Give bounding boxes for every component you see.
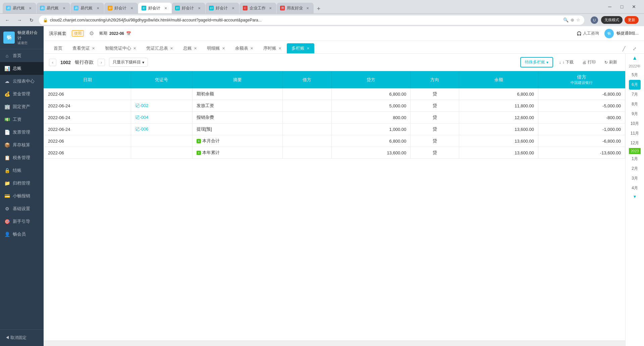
tab-close-button[interactable]: ✕ — [28, 5, 33, 11]
sidebar-item-home[interactable]: ⌂ 首页 — [0, 49, 44, 62]
cell-extra: -5,000.00 — [538, 100, 625, 112]
url-bar[interactable]: 🔒 cloud2.chanjet.com/accounting/uh26t264… — [39, 15, 584, 25]
tab-close-button[interactable]: ✕ — [61, 5, 67, 11]
sidebar-item-inventory[interactable]: 📦 库存核算 — [0, 139, 44, 151]
chevron-down-icon: ▾ — [546, 60, 548, 65]
page-tab-close-smart[interactable]: ✕ — [133, 46, 136, 51]
browser-tab-9[interactable]: 用 用友好业 ✕ — [277, 3, 314, 13]
browser-tab-1[interactable]: 易 易代账 ✕ — [3, 3, 36, 13]
sidebar-item-member[interactable]: 👤 畅会员 — [0, 228, 44, 241]
forward-button[interactable]: → — [15, 15, 24, 25]
calendar-month-2023-3月[interactable]: 3月 — [629, 174, 641, 183]
calendar-month-7月[interactable]: 7月 — [629, 90, 641, 99]
restore-window-button[interactable]: □ — [617, 2, 627, 11]
incognito-mode-button[interactable]: 无痕模式 — [601, 16, 623, 24]
sidebar-item-salary[interactable]: 💵 工资 — [0, 113, 44, 126]
browser-tab-3[interactable]: 易 易代账 ✕ — [70, 3, 104, 13]
page-tab-close-balance[interactable]: ✕ — [250, 46, 253, 51]
print-button[interactable]: 🖨 打印 — [580, 58, 598, 67]
prev-account-button[interactable]: ‹ — [49, 59, 56, 66]
sidebar-item-funds[interactable]: 💰 资金管理 — [0, 88, 44, 100]
tab-close-button[interactable]: ✕ — [268, 5, 273, 11]
calendar-month-6月[interactable]: 6月 — [629, 80, 641, 90]
sidebar-item-guide[interactable]: 🎯 新手引导 — [0, 215, 44, 228]
page-tab-general[interactable]: 总账✕ — [178, 43, 202, 53]
calendar-month-11月[interactable]: 11月 — [629, 129, 641, 138]
reload-button[interactable]: ↻ — [27, 15, 36, 25]
browser-tab-5[interactable]: 好 好会计 ✕ — [138, 3, 172, 13]
calendar-month-2023-2月[interactable]: 2月 — [629, 164, 641, 174]
scroll-down-button[interactable]: ▼ — [626, 193, 644, 200]
horizontal-scrollbar[interactable] — [44, 341, 625, 346]
page-tab-close-sequence[interactable]: ✕ — [278, 46, 281, 51]
browser-tab-2[interactable]: 易 易代账 ✕ — [37, 3, 70, 13]
close-window-button[interactable]: ✕ — [629, 2, 639, 11]
service-button[interactable]: 🎧 人工咨询 — [577, 31, 599, 36]
sidebar-item-ledger[interactable]: 📊 总账 — [0, 62, 44, 75]
page-tab-balance[interactable]: 余额表✕ — [230, 43, 258, 53]
special-cols-button[interactable]: 特殊多栏账 ▾ — [520, 57, 553, 67]
profile-icon[interactable]: U — [590, 15, 599, 25]
page-tab-label-vouchers: 查看凭证 — [72, 45, 90, 51]
new-tab-button[interactable]: + — [314, 4, 323, 13]
calendar-month-9月[interactable]: 9月 — [629, 109, 641, 119]
tab-close-button[interactable]: ✕ — [230, 5, 236, 11]
scroll-up-button[interactable]: ▲ — [626, 54, 644, 62]
expand-panel-button[interactable]: ⤢ — [631, 45, 639, 53]
unpin-sidebar-button[interactable]: ◀ 取消固定 — [3, 333, 40, 343]
calendar-month-5月[interactable]: 5月 — [629, 70, 641, 80]
download-button[interactable]: ↓ ↓ 下载 — [556, 58, 576, 67]
sidebar-item-assets[interactable]: 🏢 固定资产 — [0, 100, 44, 113]
calendar-month-8月[interactable]: 8月 — [629, 99, 641, 109]
voucher-link[interactable]: 记-004 — [135, 115, 148, 120]
browser-tab-8[interactable]: C 企业工作 ✕ — [239, 3, 276, 13]
page-tab-close-summary[interactable]: ✕ — [170, 46, 173, 51]
sidebar-item-basic[interactable]: ⚙ 基础设置 — [0, 202, 44, 215]
page-tab-vouchers[interactable]: 查看凭证✕ — [68, 43, 100, 53]
page-tab-multi[interactable]: 多栏账✕ — [287, 43, 314, 53]
calendar-month-12月[interactable]: 12月 — [629, 138, 641, 148]
right-calendar-panel: ▲ 2022年5月6月7月8月9月10月11月12月20231月2月3月4月 ▼ — [625, 54, 644, 346]
settings-icon[interactable]: ⚙ — [89, 30, 94, 37]
tab-favicon: 易 — [74, 6, 78, 10]
nav-label-tax: 税务管理 — [13, 155, 30, 161]
page-tab-close-multi[interactable]: ✕ — [307, 46, 310, 51]
tab-close-button[interactable]: ✕ — [163, 5, 168, 11]
browser-tab-4[interactable]: 好 好会计 ✕ — [104, 3, 138, 13]
voucher-link[interactable]: 记-006 — [135, 127, 148, 132]
browser-tab-7[interactable]: 好 好会计 ✕ — [206, 3, 239, 13]
sidebar-item-invoice[interactable]: 📄 发票管理 — [0, 126, 44, 139]
nav-label-expense: 小畅报销 — [13, 193, 30, 199]
page-tab-smart[interactable]: 智能凭证中心✕ — [100, 43, 141, 53]
sidebar-item-close[interactable]: 🔒 结账 — [0, 164, 44, 177]
page-tab-summary[interactable]: 凭证汇总表✕ — [142, 43, 178, 53]
page-tab-close-general[interactable]: ✕ — [194, 46, 197, 51]
sidebar-item-archive[interactable]: 📁 归档管理 — [0, 177, 44, 190]
refresh-button[interactable]: ↻ 刷新 — [602, 58, 620, 67]
tab-close-button[interactable]: ✕ — [129, 5, 135, 11]
tab-close-button[interactable]: ✕ — [305, 5, 310, 11]
page-tab-close-vouchers[interactable]: ✕ — [92, 46, 95, 51]
collapse-panel-button[interactable]: ╱ — [620, 45, 628, 53]
next-account-button[interactable]: › — [98, 59, 105, 66]
page-tab-detail[interactable]: 明细账✕ — [202, 43, 230, 53]
page-tab-close-detail[interactable]: ✕ — [222, 46, 225, 51]
update-button[interactable]: 更新 — [625, 16, 639, 24]
tab-close-button[interactable]: ✕ — [95, 5, 101, 11]
minimize-window-button[interactable]: ─ — [605, 2, 614, 11]
back-button[interactable]: ← — [3, 15, 12, 25]
page-tab-sequence[interactable]: 序时账✕ — [259, 43, 286, 53]
voucher-link[interactable]: 记-002 — [135, 103, 148, 108]
calendar-month-2023-1月[interactable]: 1月 — [629, 154, 641, 164]
calendar-month-10月[interactable]: 10月 — [629, 119, 641, 129]
filter-dropdown[interactable]: 只显示下级科目 ▾ — [109, 58, 148, 67]
sidebar-item-cloud[interactable]: ☁ 云报表中心 — [0, 75, 44, 88]
calendar-month-2023-4月[interactable]: 4月 — [629, 183, 641, 193]
sidebar-item-tax[interactable]: 📋 税务管理 — [0, 151, 44, 164]
browser-tab-6[interactable]: 好 好会计 ✕ — [172, 3, 205, 13]
page-tab-home[interactable]: 首页 — [49, 43, 67, 53]
calendar-icon[interactable]: 📅 — [126, 31, 131, 36]
tab-close-button[interactable]: ✕ — [197, 5, 202, 11]
bookmark-icon: ☆ — [576, 17, 580, 22]
sidebar-item-expense[interactable]: 💳 小畅报销 — [0, 190, 44, 202]
